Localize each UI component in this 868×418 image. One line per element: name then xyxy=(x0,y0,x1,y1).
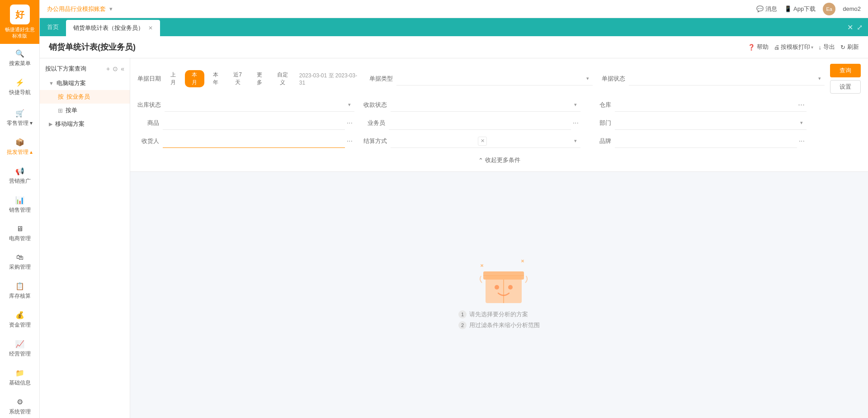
settlement-clear-btn[interactable]: ✕ xyxy=(478,137,487,146)
filter-warehouse-item: 仓库 ··· xyxy=(580,98,807,112)
tree-child-salesperson-label: 按业务员 xyxy=(66,93,90,101)
collapse-panel-btn[interactable]: « xyxy=(121,65,124,72)
refresh-action[interactable]: ↻ 刷新 xyxy=(840,43,859,51)
sidebar-item-retail[interactable]: 🛒 零售管理 ▾ xyxy=(0,104,39,133)
sidebar-item-ecommerce[interactable]: 🖥 电商管理 xyxy=(0,219,39,248)
sidebar-item-search[interactable]: 🔍 搜索菜单 xyxy=(0,44,39,73)
date-btn-7days[interactable]: 近7天 xyxy=(227,70,248,87)
tree-expand-icon: ▼ xyxy=(49,81,54,86)
salesperson-input[interactable] xyxy=(389,116,571,130)
sidebar-item-purchase[interactable]: 🛍 采购管理 xyxy=(0,248,39,276)
department-select[interactable]: ▾ xyxy=(615,116,807,130)
tab-home[interactable]: 首页 xyxy=(40,18,66,36)
finance-icon: 💰 xyxy=(15,311,24,319)
date-filter: 上月 本月 本年 近7天 更多 自定义 2023-03-01 至 2023-03… xyxy=(165,70,360,87)
goods-dots[interactable]: ··· xyxy=(345,119,354,127)
filter-area: 单据日期 上月 本月 本年 近7天 更多 自定义 2023-03-01 至 20… xyxy=(130,58,868,172)
salesperson-dots[interactable]: ··· xyxy=(571,119,580,127)
help-action[interactable]: ❓ 帮助 xyxy=(748,43,769,51)
filter-brand-item: 品牌 ··· xyxy=(580,134,807,148)
tree-pc-section[interactable]: ▼ 电脑端方案 xyxy=(40,76,130,90)
date-btn-thisyear[interactable]: 本年 xyxy=(207,70,225,87)
message-icon: 💬 xyxy=(756,5,764,12)
sidebar-item-finance[interactable]: 💰 资金管理 xyxy=(0,305,39,334)
sidebar-item-sales[interactable]: 📊 销售管理 xyxy=(0,190,39,219)
query-button[interactable]: 查询 xyxy=(830,64,861,77)
sidebar-logo[interactable]: 好 畅捷通好生意 标准版 xyxy=(0,0,39,44)
left-panel: 按以下方案查询 + ⊙ « ▼ 电脑端方案 按 xyxy=(40,58,130,418)
goods-input[interactable] xyxy=(163,116,345,130)
collapse-btn[interactable]: ⌃ 收起更多条件 xyxy=(478,156,520,164)
print-action[interactable]: 🖨 按模板打印 ▾ xyxy=(774,43,813,51)
sidebar-item-wholesale[interactable]: 📦 批发管理 ▴ xyxy=(0,133,39,162)
export-action[interactable]: ↓ 导出 xyxy=(819,43,835,51)
wholesale-icon: 📦 xyxy=(15,138,24,147)
date-btn-custom[interactable]: 自定义 xyxy=(271,70,293,87)
tabbar-expand-btn[interactable]: ⤢ xyxy=(857,23,863,32)
tab-home-label: 首页 xyxy=(47,23,59,31)
outstatus-select[interactable]: ▾ xyxy=(165,98,354,112)
ecommerce-icon: 🖥 xyxy=(16,225,24,233)
tree-child-salesperson[interactable]: 按 按业务员 xyxy=(40,90,130,104)
add-scheme-btn[interactable]: + xyxy=(106,65,110,72)
tree-child-byorder[interactable]: ⊞ 按单 xyxy=(40,104,130,117)
basicinfo-icon: 📁 xyxy=(15,369,24,377)
sidebar-item-label: 系统管理 xyxy=(9,408,31,416)
quicknav-icon: ⚡ xyxy=(15,78,24,87)
outstatus-arrow-icon: ▾ xyxy=(348,102,351,108)
svg-point-4 xyxy=(495,285,499,290)
department-arrow-icon: ▾ xyxy=(800,120,803,126)
tab-sales-stat[interactable]: 销货单统计表（按业务员） ✕ xyxy=(66,20,160,36)
step1-num: 1 xyxy=(458,310,467,318)
receiver-label: 收货人 xyxy=(137,137,163,145)
topbar-appname[interactable]: 办公用品行业模拟账套 xyxy=(47,5,106,13)
sidebar-item-operations[interactable]: 📈 经营管理 xyxy=(0,334,39,363)
tabbar-close-btn[interactable]: ✕ xyxy=(847,23,853,32)
refresh-icon: ↻ xyxy=(840,44,845,51)
sidebar-item-quicknav[interactable]: ⚡ 快捷导航 xyxy=(0,73,39,102)
empty-illustration xyxy=(476,258,522,303)
sidebar-item-inventory[interactable]: 📋 库存核算 xyxy=(0,276,39,305)
tab-close-icon[interactable]: ✕ xyxy=(148,25,153,31)
user-avatar[interactable]: Ea xyxy=(823,3,835,15)
doctype-select[interactable]: ▾ xyxy=(396,72,592,86)
set-button[interactable]: 设置 xyxy=(830,80,861,94)
empty-step-2: 2 用过滤条件来缩小分析范围 xyxy=(458,321,540,329)
brand-input[interactable] xyxy=(615,134,797,148)
brand-label: 品牌 xyxy=(590,137,615,145)
sidebar-item-label: 营销推广 xyxy=(9,177,31,185)
receiver-dots[interactable]: ··· xyxy=(345,137,354,145)
brand-dots[interactable]: ··· xyxy=(797,137,807,145)
topbar-dropdown-icon[interactable]: ▾ xyxy=(109,5,113,12)
page-header: 销货单统计表(按业务员) ❓ 帮助 🖨 按模板打印 ▾ ↓ 导出 xyxy=(40,36,868,58)
receiptstatus-select[interactable]: ▾ xyxy=(391,98,580,112)
date-btn-lastmonth[interactable]: 上月 xyxy=(165,70,182,87)
settings-scheme-btn[interactable]: ⊙ xyxy=(113,65,118,72)
left-panel-title: 按以下方案查询 xyxy=(45,65,86,73)
settlement-select[interactable]: ✕ ▾ xyxy=(391,134,580,148)
sidebar-item-basicinfo[interactable]: 📁 基础信息 xyxy=(0,363,39,392)
tree-mobile-section[interactable]: ▶ 移动端方案 xyxy=(40,117,130,131)
receiver-input[interactable] xyxy=(163,134,345,148)
date-btn-more[interactable]: 更多 xyxy=(250,70,268,87)
topbar-message-btn[interactable]: 💬 消息 xyxy=(756,5,777,13)
date-label: 单据日期 xyxy=(137,75,165,83)
sidebar-item-system[interactable]: ⚙ 系统管理 xyxy=(0,392,39,418)
topbar-left: 办公用品行业模拟账套 ▾ xyxy=(47,5,113,13)
marketing-icon: 📢 xyxy=(15,167,24,176)
appdownload-icon: 📱 xyxy=(784,5,792,12)
topbar-appdownload-btn[interactable]: 📱 App下载 xyxy=(784,5,816,13)
docstatus-select[interactable]: ▾ xyxy=(629,72,825,86)
logo-text: 畅捷通好生意 标准版 xyxy=(5,26,35,39)
warehouse-input[interactable]: ··· xyxy=(615,98,807,112)
settlement-label: 结算方式 xyxy=(363,137,391,145)
step1-text: 请先选择要分析的方案 xyxy=(469,310,528,318)
salesperson-scheme-icon: 按 xyxy=(58,93,64,101)
filter-salesperson-item: 业务员 ··· xyxy=(354,116,580,130)
step2-num: 2 xyxy=(458,321,467,329)
tabbar: 首页 销货单统计表（按业务员） ✕ ✕ ⤢ xyxy=(40,18,868,36)
purchase-icon: 🛍 xyxy=(16,253,24,261)
sidebar-item-marketing[interactable]: 📢 营销推广 xyxy=(0,162,39,190)
empty-text: 1 请先选择要分析的方案 2 用过滤条件来缩小分析范围 xyxy=(458,310,540,332)
date-btn-thismonth[interactable]: 本月 xyxy=(185,70,204,87)
